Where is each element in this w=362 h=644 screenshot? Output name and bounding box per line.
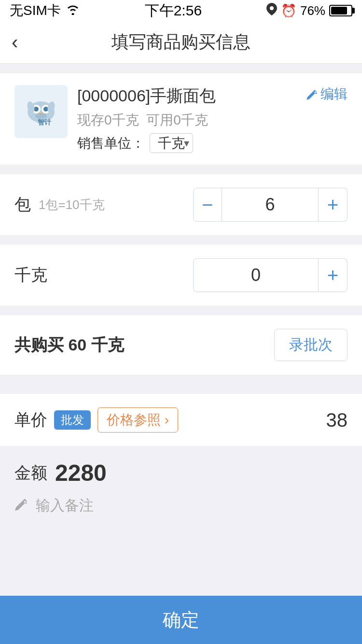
price-section: 单价 批发 价格参照 › 38 xyxy=(0,394,362,446)
unit-select[interactable]: 千克 xyxy=(150,133,193,153)
bao-qty-control: − + xyxy=(193,188,348,222)
product-stock: 现存0千克 可用0千克 xyxy=(77,111,348,129)
product-name: [0000006]手撕面包 xyxy=(77,85,216,107)
remark-row[interactable]: 输入备注 xyxy=(14,496,348,525)
wifi-icon xyxy=(66,3,80,18)
kg-qty-control: + xyxy=(193,258,348,292)
status-bar: 无SIM卡 下午2:56 ⏰ 76% xyxy=(0,0,362,21)
bao-label: 包 1包=10千克 xyxy=(14,194,105,216)
product-logo-icon: 智计 xyxy=(24,93,58,130)
bao-section: 包 1包=10千克 − + xyxy=(0,174,362,235)
summary-section: 共购买 60 千克 录批次 xyxy=(0,315,362,375)
amount-label: 金额 xyxy=(14,462,47,484)
product-thumbnail: 智计 xyxy=(14,85,68,138)
product-info: [0000006]手撕面包 编辑 现存0千克 可用0千克 销售单位： 千克 xyxy=(77,85,348,153)
svg-text:智计: 智计 xyxy=(37,118,52,126)
carrier-text: 无SIM卡 xyxy=(10,1,61,20)
remark-placeholder[interactable]: 输入备注 xyxy=(36,496,94,516)
unit-select-wrap[interactable]: 千克 xyxy=(150,133,193,153)
confirm-button[interactable]: 确定 xyxy=(0,596,362,644)
kg-qty-input[interactable] xyxy=(193,258,319,292)
product-card: 智计 [0000006]手撕面包 编辑 现存0千克 可用0千克 销售单位： 千克 xyxy=(0,73,362,165)
nav-bar: ‹ 填写商品购买信息 xyxy=(0,21,362,64)
battery-icon xyxy=(329,5,352,16)
alarm-icon: ⏰ xyxy=(281,3,296,18)
batch-button[interactable]: 录批次 xyxy=(274,329,348,361)
summary-text: 共购买 60 千克 xyxy=(14,334,124,356)
bao-minus-button[interactable]: − xyxy=(193,188,222,222)
price-tag: 批发 xyxy=(54,410,91,430)
svg-point-3 xyxy=(34,107,39,112)
amount-value: 2280 xyxy=(55,460,107,486)
pencil-icon xyxy=(14,497,29,515)
amount-section: 金额 2280 输入备注 xyxy=(0,446,362,525)
back-button[interactable]: ‹ xyxy=(12,31,18,53)
amount-row: 金额 2280 xyxy=(14,460,348,486)
battery-percent: 76% xyxy=(300,3,325,18)
bao-hint: 1包=10千克 xyxy=(39,196,105,213)
status-time: 下午2:56 xyxy=(145,1,202,21)
edit-button[interactable]: 编辑 xyxy=(306,85,348,103)
bao-plus-button[interactable]: + xyxy=(319,188,348,222)
kg-plus-button[interactable]: + xyxy=(319,258,348,292)
bao-row: 包 1包=10千克 − + xyxy=(14,174,348,235)
location-icon xyxy=(266,3,277,19)
bao-qty-input[interactable] xyxy=(222,188,319,222)
status-left: 无SIM卡 xyxy=(10,1,80,20)
product-unit: 销售单位： 千克 xyxy=(77,133,348,153)
price-label: 单价 xyxy=(14,409,47,431)
kg-section: 千克 + xyxy=(0,245,362,306)
price-left: 单价 批发 价格参照 › xyxy=(14,407,178,433)
price-value: 38 xyxy=(326,409,348,431)
price-ref-button[interactable]: 价格参照 › xyxy=(97,407,178,433)
kg-label: 千克 xyxy=(14,264,47,286)
divider xyxy=(0,375,362,384)
status-right: ⏰ 76% xyxy=(266,3,352,19)
page-title: 填写商品购买信息 xyxy=(111,30,251,54)
kg-row: 千克 + xyxy=(14,245,348,306)
svg-point-4 xyxy=(43,107,48,112)
